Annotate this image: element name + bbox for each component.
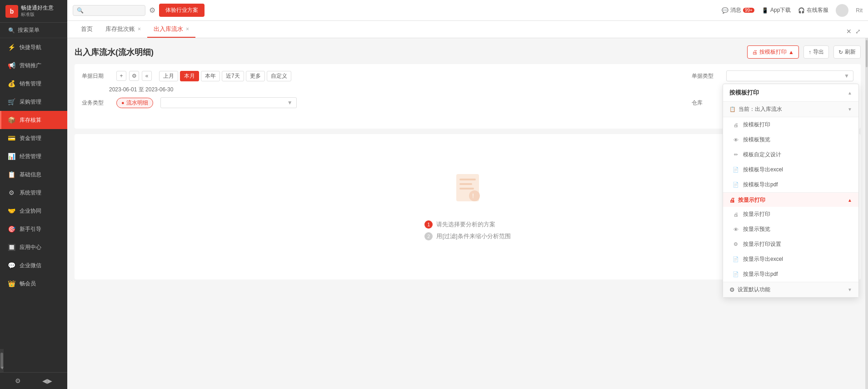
sidebar-item-quick-nav[interactable]: ⚡ 快捷导航 (0, 38, 67, 56)
message-icon: 💬 (722, 7, 728, 14)
settings-icon[interactable]: ⚙ (15, 377, 21, 384)
date-btn-this-month[interactable]: 本月 (180, 71, 199, 81)
online-service-label: 在线客服 (807, 6, 828, 14)
set-default-label: 设置默认功能 (738, 286, 770, 294)
display-print-settings-item[interactable]: ⚙ 按显示打印设置 (723, 237, 858, 252)
template-pdf-item[interactable]: 📄 按模板导出pdf (723, 177, 858, 192)
topbar-search-box[interactable]: 🔍 (73, 5, 145, 16)
mobile-icon: 📱 (762, 7, 768, 14)
page-wrapper: 出入库流水(流水明细) 🖨 按模板打印 ▲ ↑ 导出 ↻ 刷新 (67, 38, 868, 389)
tab-home[interactable]: 首页 (75, 21, 99, 38)
right-scrollbar[interactable] (865, 38, 868, 389)
display-print-section-header[interactable]: 🖨 按显示打印 ▲ (723, 193, 858, 207)
filter-biz-select[interactable]: ▼ (160, 97, 297, 108)
add-filter-btn[interactable]: + (116, 71, 126, 81)
date-btn-custom[interactable]: 自定义 (267, 71, 291, 81)
template-excel-label: 按模板导出excel (743, 166, 783, 174)
sidebar-scrollbar[interactable]: ▼ (0, 349, 4, 372)
refresh-btn[interactable]: ↻ 刷新 (833, 45, 861, 59)
svg-rect-2 (459, 183, 472, 185)
window-close-icon[interactable]: ✕ (846, 28, 852, 35)
sidebar-item-guide[interactable]: 🎯 新手引导 (0, 220, 67, 238)
sidebar: b 畅捷通好生意 标准版 🔍 搜索菜单 ⚡ 快捷导航 📢 营销推广 💰 销售管理… (0, 0, 67, 389)
nav-label-sales: 销售管理 (20, 80, 41, 88)
tab-inventory-batch-close[interactable]: × (138, 26, 141, 32)
filter-type-select[interactable]: ▼ (726, 70, 853, 81)
sidebar-item-cooperation[interactable]: 🤝 企业协同 (0, 202, 67, 220)
nav-icon-system: ⚙ (7, 188, 16, 197)
current-template-icon: 📋 (729, 106, 736, 112)
sidebar-item-marketing[interactable]: 📢 营销推广 (0, 56, 67, 75)
sidebar-scroll-down[interactable]: ▼ (0, 364, 4, 372)
export-icon: ↑ (808, 49, 811, 55)
display-pdf-label: 按显示导出pdf (743, 270, 778, 278)
print-icon: 🖨 (752, 49, 758, 55)
date-btn-last-month[interactable]: 上月 (159, 71, 178, 81)
nav-label-membership: 畅会员 (20, 280, 36, 288)
template-preview-label: 按模板预览 (743, 136, 770, 144)
filter-tag-icon: ● (121, 100, 125, 105)
template-custom-item[interactable]: ✏ 模板自定义设计 (723, 147, 858, 162)
display-print-section-label: 按显示打印 (738, 196, 765, 204)
sidebar-item-sales[interactable]: 💰 销售管理 (0, 75, 67, 93)
dropdown-header: 按模板打印 ▲ (723, 84, 858, 102)
app-name: 畅捷通好生意 (21, 5, 54, 12)
template-print-item[interactable]: 🖨 按模板打印 (723, 117, 858, 132)
date-btn-more[interactable]: 更多 (246, 71, 265, 81)
nav-label-purchase: 采购管理 (20, 98, 41, 106)
svg-text:!: ! (472, 192, 474, 199)
online-service-btn[interactable]: 🎧 在线客服 (798, 6, 828, 14)
tab-stock-flow[interactable]: 出入库流水 × (147, 21, 195, 38)
message-btn[interactable]: 💬 消息 99+ (722, 6, 754, 14)
print-dropdown-panel: 按模板打印 ▲ 📋 当前：出入库流水 ▼ 🖨 按模板打印 👁 按 (723, 84, 859, 298)
industry-btn[interactable]: 体验行业方案 (159, 4, 205, 17)
sidebar-item-inventory[interactable]: 📦 库存核算 (0, 111, 67, 129)
page-title: 出入库流水(流水明细) (75, 47, 154, 58)
pdf-item-icon: 📄 (732, 181, 739, 189)
template-excel-item[interactable]: 📄 按模板导出excel (723, 162, 858, 177)
filter-icons: + ⚙ « (116, 71, 152, 81)
date-btn-7days[interactable]: 近7天 (222, 71, 244, 81)
settings-filter-btn[interactable]: ⚙ (129, 71, 139, 81)
set-default-row[interactable]: ⚙ 设置默认功能 ▼ (723, 282, 858, 297)
filter-tag[interactable]: ● 流水明细 (116, 98, 153, 108)
current-template-arrow: ▼ (848, 107, 852, 112)
sidebar-item-enterprise-wechat[interactable]: 💬 企业微信 (0, 256, 67, 274)
app-download-btn[interactable]: 📱 App下载 (762, 6, 791, 14)
date-btn-this-year[interactable]: 本年 (201, 71, 220, 81)
empty-step-1: 1 请先选择要分析的方案 (424, 220, 510, 229)
collapse-filter-btn[interactable]: « (142, 71, 152, 81)
sidebar-item-app-center[interactable]: 🔲 应用中心 (0, 238, 67, 256)
sidebar-search[interactable]: 🔍 搜索菜单 (0, 23, 67, 38)
display-print-item[interactable]: 🖨 按显示打印 (723, 207, 858, 222)
export-btn[interactable]: ↑ 导出 (803, 45, 829, 59)
refresh-label: 刷新 (845, 48, 856, 56)
tab-home-label: 首页 (81, 25, 93, 33)
display-print-label: 按显示打印 (743, 210, 770, 218)
topbar-gear-icon[interactable]: ⚙ (149, 6, 155, 15)
sidebar-item-basics[interactable]: 📋 基础信息 (0, 165, 67, 184)
tab-stock-flow-close[interactable]: × (186, 26, 189, 32)
window-maximize-icon[interactable]: ⤢ (855, 28, 861, 35)
filter-warehouse-label: 仓库 (692, 99, 719, 107)
display-excel-item[interactable]: 📄 按显示导出excel (723, 252, 858, 267)
template-preview-item[interactable]: 👁 按模板预览 (723, 132, 858, 147)
tab-inventory-batch[interactable]: 库存批次账 × (99, 21, 147, 38)
sidebar-item-operations[interactable]: 📊 经营管理 (0, 147, 67, 165)
display-pdf-item[interactable]: 📄 按显示导出pdf (723, 267, 858, 282)
sidebar-search-label: 搜索菜单 (18, 26, 40, 34)
sidebar-item-purchase[interactable]: 🛒 采购管理 (0, 93, 67, 111)
print-template-btn[interactable]: 🖨 按模板打印 ▲ (747, 45, 799, 59)
dropdown-scroll-up[interactable]: ▲ (848, 90, 852, 95)
avatar[interactable] (836, 4, 848, 17)
nav-icon-guide: 🎯 (7, 224, 16, 234)
display-preview-item[interactable]: 👁 按显示预览 (723, 222, 858, 237)
sidebar-item-finance[interactable]: 💳 资金管理 (0, 129, 67, 147)
sidebar-item-system[interactable]: ⚙ 系统管理 (0, 184, 67, 202)
collapse-icon[interactable]: ◀▶ (42, 377, 52, 384)
nav-icon-quick-nav: ⚡ (7, 43, 16, 52)
username-text: Rit (856, 7, 863, 14)
topbar-search-icon: 🔍 (77, 7, 84, 14)
sidebar-item-membership[interactable]: 👑 畅会员 (0, 274, 67, 293)
topbar-left: 🔍 ⚙ 体验行业方案 (73, 4, 722, 17)
